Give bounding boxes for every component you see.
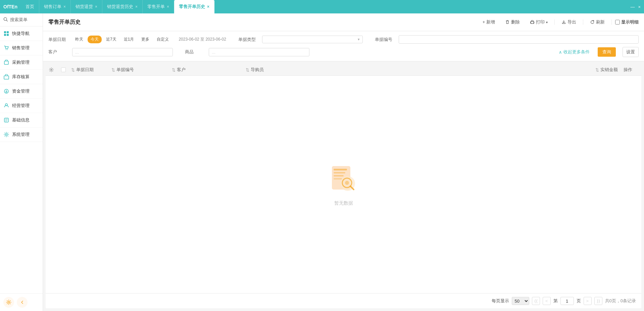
sidebar-search[interactable]: 搜索菜单 [0, 13, 43, 27]
toolbar: + 新增 删除 打印 ▾ [479, 17, 639, 27]
sidebar-system-label: 系统管理 [12, 132, 30, 138]
tab-sales-order[interactable]: 销售订单 × [39, 0, 71, 13]
today-btn[interactable]: 今天 [88, 36, 102, 43]
doc-no-field[interactable] [402, 37, 636, 42]
topbar-right: — × [630, 4, 641, 9]
tab-sales-return-history[interactable]: 销货退货历史 × [102, 0, 143, 13]
tab-home[interactable]: 首页 [21, 0, 39, 13]
col-action-header: 操作 [618, 67, 638, 73]
col-order-no-header[interactable]: ⇅ 单据编号 [111, 67, 172, 73]
sidebar-item-nav[interactable]: 快捷导航 [0, 27, 43, 41]
last-page-icon: ⟩⟩ [597, 299, 600, 304]
svg-point-11 [5, 104, 7, 106]
tab-sales-return[interactable]: 销货退货 × [71, 0, 102, 13]
print-button[interactable]: 打印 ▾ [527, 17, 551, 27]
display-detail-toggle[interactable]: 显示明细 [615, 19, 639, 25]
sidebar-nav-label: 快捷导航 [12, 31, 30, 37]
sort-icon3: ⇅ [172, 67, 176, 72]
add-button[interactable]: + 新增 [479, 17, 498, 27]
col-date-header[interactable]: ⇅ 单据日期 [71, 67, 111, 73]
col-checkbox-header[interactable] [61, 67, 71, 72]
toolbar-divider [554, 19, 555, 25]
yesterday-btn[interactable]: 昨天 [72, 36, 86, 43]
product-input[interactable]: ... [209, 48, 309, 56]
custom-btn[interactable]: 自定义 [154, 36, 172, 43]
sidebar-item-system[interactable]: 系统管理 [0, 127, 43, 142]
delete-button[interactable]: 删除 [502, 17, 523, 27]
nav-icon [3, 31, 9, 37]
sidebar-management-label: 经营管理 [12, 103, 30, 109]
basic-info-icon [3, 117, 9, 123]
tab-retail-order[interactable]: 零售开单 × [143, 0, 174, 13]
last-month-btn[interactable]: 近1月 [121, 36, 137, 43]
filter-row-2: 客户 ... 商品 ... ∧ 收起更多条件 查询 设置 [48, 47, 639, 57]
export-label: 导出 [567, 19, 576, 25]
tab-sales-return-history-close[interactable]: × [135, 4, 138, 9]
toolbar-divider2 [583, 19, 583, 25]
svg-rect-21 [334, 178, 342, 179]
empty-state: 暂无数据 [46, 76, 641, 293]
tab-retail-order-history-close[interactable]: × [207, 4, 209, 9]
display-detail-checkbox[interactable] [615, 20, 620, 24]
col-guide-header[interactable]: ⇅ 导购员 [246, 67, 286, 73]
export-button[interactable]: 导出 [558, 17, 580, 27]
date-filter-buttons: 昨天 今天 近7天 近1月 更多 自定义 [72, 36, 172, 43]
settings-btn[interactable]: 设置 [623, 47, 639, 57]
amount-col-label: 实销金额 [600, 67, 618, 73]
refresh-button[interactable]: 刷新 [587, 17, 608, 27]
first-page-btn[interactable]: ⟨⟨ [532, 297, 540, 305]
customer-input[interactable]: ... [72, 48, 173, 56]
sidebar-collapse-btn[interactable] [17, 297, 28, 308]
per-page-select[interactable]: 50 100 200 [512, 297, 529, 305]
tab-retail-order-close[interactable]: × [167, 4, 169, 9]
sidebar-finance-label: 资金管理 [12, 88, 30, 94]
prev-page-btn[interactable]: ＜ [543, 297, 551, 305]
svg-point-6 [6, 49, 6, 50]
more-btn[interactable]: 更多 [138, 36, 152, 43]
sort-icon: ⇅ [71, 67, 75, 72]
doc-type-label: 单据类型 [238, 37, 257, 43]
tab-sales-order-close[interactable]: × [63, 4, 66, 9]
main-layout: 搜索菜单 快捷导航 销售管理 [0, 13, 644, 311]
svg-rect-18 [334, 169, 347, 170]
sidebar-item-sales[interactable]: 销售管理 [0, 41, 43, 55]
delete-label: 删除 [511, 19, 520, 25]
table-area: ⇅ 单据日期 ⇅ 单据编号 ⇅ 客户 ⇅ 导购员 ⇅ 实销 [46, 64, 641, 308]
customer-col-label: 客户 [177, 67, 186, 73]
tab-retail-order-history[interactable]: 零售开单历史 × [174, 0, 214, 13]
last7days-btn[interactable]: 近7天 [103, 36, 119, 43]
doc-type-select[interactable]: ▾ [262, 36, 363, 43]
topbar-minimize[interactable]: — [630, 4, 635, 9]
sidebar-item-management[interactable]: 经营管理 [0, 99, 43, 113]
col-settings-header[interactable] [49, 67, 61, 72]
sidebar-item-purchase[interactable]: 采购管理 [0, 55, 43, 70]
search-button[interactable]: 查询 [598, 47, 616, 57]
sidebar-settings-btn[interactable] [3, 297, 14, 308]
collapse-filter-btn[interactable]: ∧ 收起更多条件 [559, 49, 590, 55]
print-arrow-icon: ▾ [546, 20, 548, 24]
sidebar-item-finance[interactable]: 资金管理 [0, 84, 43, 99]
col-customer-header[interactable]: ⇅ 客户 [172, 67, 246, 73]
last-page-btn[interactable]: ⟩⟩ [594, 297, 602, 305]
doc-no-input[interactable] [399, 35, 639, 44]
per-page-label: 每页显示 [492, 298, 509, 304]
page-input[interactable] [560, 297, 574, 305]
sidebar-item-basic-info[interactable]: 基础信息 [0, 113, 43, 127]
filter-area: 单据日期 昨天 今天 近7天 近1月 更多 自定义 2023-06-02 至 2… [43, 31, 644, 61]
sidebar-item-inventory[interactable]: 库存核算 [0, 70, 43, 84]
select-all-checkbox[interactable] [61, 67, 66, 72]
action-col-label: 操作 [624, 67, 632, 73]
page-header: 零售开单历史 + 新增 删除 打印 ▾ [43, 13, 644, 31]
next-page-btn[interactable]: ＞ [584, 297, 592, 305]
page-suffix: 页 [577, 298, 581, 304]
topbar-close[interactable]: × [638, 4, 641, 9]
tab-sales-return-close[interactable]: × [95, 4, 97, 9]
page-label: 第 [553, 298, 558, 304]
brand-logo: OfTEn [3, 4, 17, 9]
svg-point-24 [345, 181, 349, 185]
svg-rect-9 [4, 76, 9, 79]
col-amount-header[interactable]: ⇅ 实销金额 [574, 67, 618, 73]
product-placeholder: ... [212, 50, 215, 55]
svg-rect-2 [4, 31, 6, 33]
display-detail-label: 显示明细 [621, 19, 639, 25]
